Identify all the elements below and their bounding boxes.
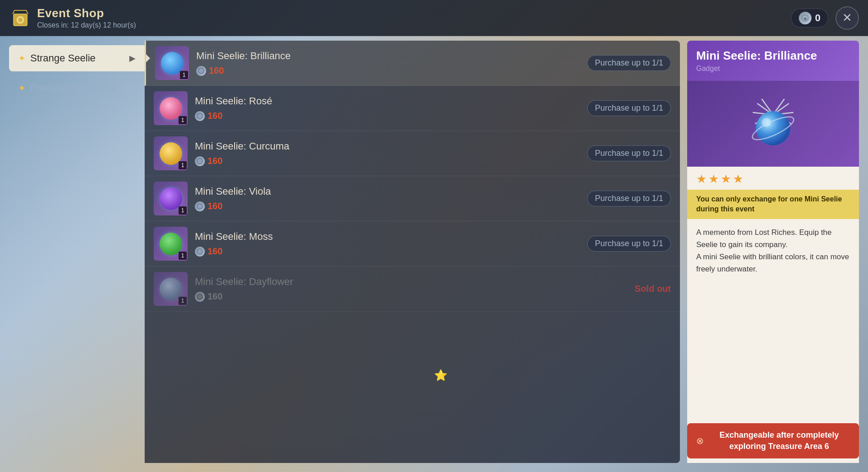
item-limit-viola: Purchase up to 1/1 <box>587 191 671 206</box>
notice-icon: ⊗ <box>696 435 704 446</box>
detail-type: Gadget <box>696 65 850 73</box>
shop-item-curcuma[interactable]: 1 Mini Seelie: Curcuma 160 Purchase up t… <box>145 131 680 176</box>
item-info-dayflower: Mini Seelie: Dayflower 160 <box>195 276 635 302</box>
sidebar-item-label: Strange Seelie <box>30 52 95 64</box>
item-count-badge-brilliance: 1 <box>180 71 188 79</box>
shop-list: 1 Mini Seelie: Brilliance 160 Purchase u… <box>145 41 680 463</box>
item-image-curcuma: 1 <box>154 136 188 170</box>
price-icon-moss <box>195 247 205 257</box>
item-info-brilliance: Mini Seelie: Brilliance 160 <box>196 50 587 76</box>
item-price-curcuma: 160 <box>195 156 587 166</box>
price-value-dayflower: 160 <box>208 291 222 302</box>
star-1: ★ <box>696 172 707 186</box>
shop-item-viola[interactable]: 1 Mini Seelie: Viola 160 Purchase up to … <box>145 176 680 221</box>
item-price-moss: 160 <box>195 246 587 257</box>
item-info-viola: Mini Seelie: Viola 160 <box>195 186 587 211</box>
detail-image-area <box>687 81 859 167</box>
star-4: ★ <box>733 172 743 186</box>
price-icon-curcuma <box>195 156 205 166</box>
item-count-badge-dayflower: 1 <box>179 297 187 305</box>
item-info-rose: Mini Seelie: Rosé 160 <box>195 95 587 121</box>
item-limit-rose: Purchase up to 1/1 <box>587 100 671 116</box>
svg-point-17 <box>198 294 202 299</box>
item-limit-moss: Purchase up to 1/1 <box>587 236 671 252</box>
shop-icon <box>9 7 32 29</box>
shop-item-brilliance[interactable]: 1 Mini Seelie: Brilliance 160 Purchase u… <box>145 41 680 86</box>
sidebar-star-2-icon: ✦ <box>18 83 26 93</box>
star-3: ★ <box>721 172 731 186</box>
price-value-rose: 160 <box>208 111 222 121</box>
detail-panel: Mini Seelie: Brilliance Gadget <box>687 41 859 463</box>
star-2: ★ <box>708 172 719 186</box>
item-price-brilliance: 160 <box>196 65 587 76</box>
shop-item-moss[interactable]: 1 Mini Seelie: Moss 160 Purchase up to 1… <box>145 221 680 266</box>
item-name-viola: Mini Seelie: Viola <box>195 186 587 197</box>
svg-text:G: G <box>804 17 807 21</box>
seelie-art <box>739 90 807 158</box>
svg-point-27 <box>756 111 790 145</box>
shop-title-block: Event Shop Closes in: 12 day(s) 12 hour(… <box>37 6 136 29</box>
svg-point-7 <box>199 69 203 73</box>
item-name-moss: Mini Seelie: Moss <box>195 231 587 243</box>
svg-point-2 <box>19 18 22 22</box>
currency-icon: G <box>799 12 811 24</box>
item-image-viola: 1 <box>154 182 188 215</box>
item-count-badge-viola: 1 <box>179 206 187 215</box>
svg-point-15 <box>198 249 202 254</box>
sidebar: ✦ Strange Seelie ▶ ✦ Precious Treasures <box>9 41 145 463</box>
price-value-curcuma: 160 <box>208 156 222 166</box>
sidebar-item-precious-treasures[interactable]: ✦ Precious Treasures <box>9 75 145 101</box>
item-info-curcuma: Mini Seelie: Curcuma 160 <box>195 140 587 166</box>
item-price-dayflower: 160 <box>195 291 635 302</box>
stars-row: ★ ★ ★ ★ <box>687 167 859 190</box>
price-value-brilliance: 160 <box>209 65 224 76</box>
sidebar-arrow-icon: ▶ <box>129 53 136 63</box>
main-container: ✦ Strange Seelie ▶ ✦ Precious Treasures … <box>9 41 859 463</box>
item-name-brilliance: Mini Seelie: Brilliance <box>196 50 587 62</box>
sold-out-label-dayflower: Sold out <box>635 284 671 294</box>
currency-display: G 0 <box>791 9 828 28</box>
item-info-moss: Mini Seelie: Moss 160 <box>195 231 587 257</box>
item-limit-curcuma: Purchase up to 1/1 <box>587 145 671 161</box>
svg-point-11 <box>198 159 202 164</box>
item-count-badge-curcuma: 1 <box>179 161 187 169</box>
sidebar-star-icon: ✦ <box>18 53 26 64</box>
item-name-dayflower: Mini Seelie: Dayflower <box>195 276 635 288</box>
item-image-rose: 1 <box>154 91 188 125</box>
price-icon-dayflower <box>195 292 205 302</box>
top-bar-right: G 0 ✕ <box>791 6 859 30</box>
item-count-badge-moss: 1 <box>179 252 187 260</box>
price-icon-viola <box>195 201 205 211</box>
sidebar-item-strange-seelie[interactable]: ✦ Strange Seelie ▶ <box>9 45 145 71</box>
item-limit-brilliance: Purchase up to 1/1 <box>587 55 671 71</box>
item-price-rose: 160 <box>195 111 587 121</box>
item-price-viola: 160 <box>195 201 587 211</box>
shop-item-dayflower[interactable]: 1 Mini Seelie: Dayflower 160 Sold out <box>145 266 680 312</box>
sidebar-item-2-label: Precious Treasures <box>30 82 116 94</box>
price-icon-rose <box>195 111 205 121</box>
shop-item-rose[interactable]: 1 Mini Seelie: Rosé 160 Purchase up to 1… <box>145 86 680 131</box>
detail-notice: You can only exchange for one Mini Seeli… <box>687 190 859 219</box>
price-icon-brilliance <box>196 66 206 76</box>
detail-header: Mini Seelie: Brilliance Gadget <box>687 41 859 81</box>
item-image-brilliance: 1 <box>155 46 189 80</box>
item-name-rose: Mini Seelie: Rosé <box>195 95 587 107</box>
item-image-dayflower: 1 <box>154 272 188 306</box>
item-name-curcuma: Mini Seelie: Curcuma <box>195 140 587 152</box>
bottom-notice-text: Exchangeable after completely exploring … <box>708 430 850 452</box>
price-value-viola: 160 <box>208 201 222 211</box>
currency-count: 0 <box>815 12 821 24</box>
close-button[interactable]: ✕ <box>835 6 859 30</box>
shop-subtitle: Closes in: 12 day(s) 12 hour(s) <box>37 21 136 29</box>
item-count-badge-rose: 1 <box>179 116 187 124</box>
price-value-moss: 160 <box>208 246 222 257</box>
bottom-notice: ⊗ Exchangeable after completely explorin… <box>687 423 859 458</box>
top-bar: Event Shop Closes in: 12 day(s) 12 hour(… <box>0 0 868 36</box>
item-image-moss: 1 <box>154 227 188 261</box>
shop-title: Event Shop <box>37 6 136 20</box>
svg-point-9 <box>198 114 202 118</box>
detail-title: Mini Seelie: Brilliance <box>696 49 850 63</box>
svg-point-13 <box>198 204 202 209</box>
